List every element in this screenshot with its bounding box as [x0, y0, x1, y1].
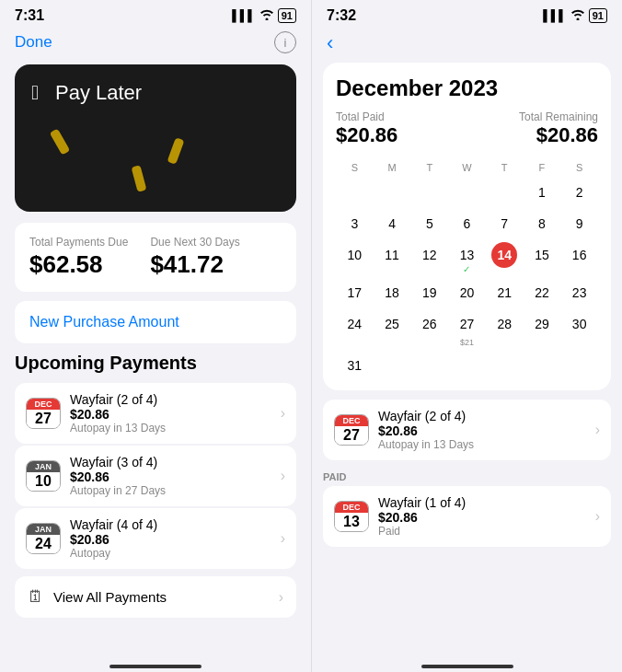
- cal-day-26: 26: [410, 308, 448, 350]
- upcoming-payments-section: Upcoming Payments DEC 27 Wayfair (2 of 4…: [15, 353, 296, 618]
- time-right: 7:32: [327, 7, 356, 24]
- battery-icon-right: 91: [589, 8, 607, 23]
- day-2: 24: [27, 535, 60, 553]
- payment-list: DEC 27 Wayfair (2 of 4) $20.86 Autopay i…: [15, 383, 296, 569]
- cal-day-7: 7: [486, 208, 524, 239]
- chevron-view-all: ›: [279, 589, 283, 606]
- payment-item-0[interactable]: DEC 27 Wayfair (2 of 4) $20.86 Autopay i…: [15, 383, 296, 444]
- view-all-payments-button[interactable]: 🗓 View All Payments ›: [15, 576, 296, 618]
- cal-day-16: 16: [560, 239, 598, 277]
- right-amount-paid: $20.86: [378, 510, 586, 525]
- apple-logo-icon: : [31, 81, 39, 105]
- total-due-col: Total Payments Due $62.58: [29, 236, 128, 279]
- right-sub-upcoming: Autopay in 13 Days: [378, 438, 586, 451]
- cal-day-empty: [486, 350, 524, 381]
- month-1: JAN: [27, 461, 60, 472]
- card-title: Pay Later: [55, 81, 142, 105]
- nav-bar-left: Done i: [0, 28, 311, 61]
- cal-day-14-today: 14: [486, 239, 524, 277]
- totals-row: Total Paid $20.86 Total Remaining $20.86: [336, 110, 598, 147]
- cal-header-t1: T: [410, 158, 448, 177]
- signal-icon-right: ▌▌▌: [543, 9, 567, 22]
- cal-day-3: 3: [336, 208, 374, 239]
- chevron-1: ›: [281, 468, 285, 484]
- calendar-icon: 🗓: [28, 587, 44, 607]
- pay-amount-0: $20.86: [70, 407, 271, 422]
- right-amount-upcoming: $20.86: [378, 423, 586, 438]
- payment-info-1: Wayfair (3 of 4) $20.86 Autopay in 27 Da…: [70, 455, 271, 497]
- cal-day-empty: [560, 350, 598, 381]
- right-panel: 7:32 ▌▌▌ 91 ‹ December 2023 Total Paid $…: [311, 0, 622, 672]
- month-2: JAN: [27, 524, 60, 535]
- back-button[interactable]: ‹: [327, 31, 333, 54]
- right-day-upcoming: 27: [335, 426, 368, 445]
- right-merchant-upcoming: Wayfair (2 of 4): [378, 409, 586, 423]
- new-purchase-section[interactable]: New Purchase Amount: [15, 301, 296, 343]
- chevron-0: ›: [281, 405, 285, 422]
- status-icons-right: ▌▌▌ 91: [543, 8, 607, 23]
- right-upcoming-item[interactable]: DEC 27 Wayfair (2 of 4) $20.86 Autopay i…: [323, 400, 611, 460]
- date-badge-2: JAN 24: [26, 523, 61, 554]
- done-button[interactable]: Done: [15, 33, 52, 52]
- cal-header-s2: S: [560, 158, 598, 177]
- home-bar-left: [109, 665, 202, 668]
- wifi-icon-left: [259, 9, 274, 23]
- total-remaining-amount: $20.86: [536, 123, 598, 146]
- home-indicator-right: [312, 657, 622, 672]
- cal-day-4: 4: [374, 208, 411, 239]
- cal-header-w: W: [448, 158, 486, 177]
- payment-item-1[interactable]: JAN 10 Wayfair (3 of 4) $20.86 Autopay i…: [15, 446, 296, 506]
- cal-day-empty: [374, 177, 411, 208]
- pay-amount-2: $20.86: [70, 532, 271, 547]
- status-icons-left: ▌▌▌ 91: [232, 8, 296, 23]
- status-bar-left: 7:31 ▌▌▌ 91: [0, 0, 311, 28]
- battery-icon-left: 91: [278, 8, 296, 23]
- day-1: 10: [27, 472, 60, 491]
- right-payment-info-paid: Wayfair (1 of 4) $20.86 Paid: [378, 495, 586, 538]
- right-merchant-paid: Wayfair (1 of 4): [378, 495, 586, 510]
- total-paid-amount: $20.86: [336, 123, 397, 146]
- cal-day-empty: [410, 177, 448, 208]
- cal-day-5: 5: [410, 208, 448, 239]
- day-0: 27: [27, 410, 60, 428]
- right-day-paid: 13: [335, 513, 368, 531]
- cal-day-20: 20: [448, 277, 486, 308]
- cal-day-13: 13 ✓: [448, 239, 486, 277]
- card-decoration-2: [167, 137, 185, 165]
- cal-day-empty: [410, 350, 448, 381]
- sub-1: Autopay in 27 Days: [70, 484, 271, 497]
- sub-0: Autopay in 13 Days: [70, 422, 271, 434]
- total-due-label: Total Payments Due: [29, 236, 128, 249]
- payments-summary: Total Payments Due $62.58 Due Next 30 Da…: [15, 223, 296, 292]
- sub-2: Autopay: [70, 547, 271, 560]
- chevron-right-upcoming: ›: [595, 422, 600, 438]
- cal-day-1: 1: [524, 177, 561, 208]
- payment-item-2[interactable]: JAN 24 Wayfair (4 of 4) $20.86 Autopay ›: [15, 508, 296, 569]
- payment-info-2: Wayfair (4 of 4) $20.86 Autopay: [70, 517, 271, 560]
- cal-day-23: 23: [560, 277, 598, 308]
- cal-day-9: 9: [560, 208, 598, 239]
- cal-day-30: 30: [560, 308, 598, 350]
- apple-pay-later-card:  Pay Later: [15, 64, 296, 212]
- cal-day-21: 21: [486, 277, 524, 308]
- new-purchase-link[interactable]: New Purchase Amount: [29, 314, 179, 330]
- cal-day-2: 2: [560, 177, 598, 208]
- signal-icon-left: ▌▌▌: [232, 9, 256, 22]
- cal-day-10: 10: [336, 239, 374, 277]
- right-sub-paid: Paid: [378, 525, 586, 538]
- cal-day-18: 18: [374, 277, 411, 308]
- payment-info-0: Wayfair (2 of 4) $20.86 Autopay in 13 Da…: [70, 392, 271, 434]
- date-badge-1: JAN 10: [26, 460, 61, 492]
- info-icon[interactable]: i: [274, 31, 296, 53]
- cal-day-27: 27 $21: [448, 308, 486, 350]
- calendar-title: December 2023: [336, 75, 598, 101]
- cal-day-28: 28: [486, 308, 524, 350]
- cal-day-31: 31: [336, 350, 374, 381]
- cal-day-empty: [336, 177, 374, 208]
- cal-day-11: 11: [374, 239, 411, 277]
- right-month-paid: DEC: [335, 502, 368, 513]
- total-paid-label: Total Paid: [336, 110, 397, 123]
- pay-amount-1: $20.86: [70, 469, 271, 484]
- right-paid-item[interactable]: DEC 13 Wayfair (1 of 4) $20.86 Paid ›: [323, 486, 611, 547]
- month-0: DEC: [27, 399, 60, 410]
